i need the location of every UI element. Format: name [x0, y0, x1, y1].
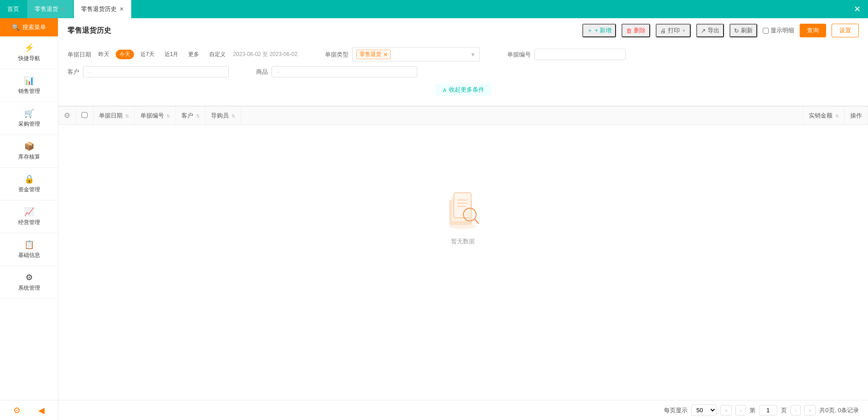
type-tag-label: 零售退货 — [360, 51, 381, 58]
date-filter-label: 单据日期 — [67, 51, 91, 59]
empty-illustration — [440, 186, 486, 232]
display-detail-toggle[interactable]: 显示明细 — [763, 26, 794, 35]
goods-filter-input[interactable]: ··· — [272, 66, 417, 77]
table-container: ⚙ 单据日期 ⇅ 单据编号 ⇅ — [58, 106, 868, 400]
th-guide: 导购员 ⇅ — [205, 107, 241, 125]
th-amount-sort-icon[interactable]: ⇅ — [835, 113, 839, 118]
tab-retail-return-history-close[interactable]: ✕ — [119, 6, 124, 12]
date-btn-yesterday[interactable]: 昨天 — [95, 50, 113, 59]
type-tag-close[interactable]: ✕ — [383, 51, 388, 58]
date-quick-btns: 昨天 今天 近7天 近1月 更多 自定义 — [95, 50, 229, 59]
settings-button[interactable]: 设置 — [832, 24, 859, 37]
date-btn-7days[interactable]: 近7天 — [137, 50, 158, 59]
table-header-row: ⚙ 单据日期 ⇅ 单据编号 ⇅ — [58, 107, 868, 125]
sidebar-item-basic[interactable]: 📋 基础信息 — [0, 233, 58, 266]
type-filter-label: 单据类型 — [325, 51, 349, 59]
per-page-select[interactable]: 10 20 50 100 — [691, 405, 717, 416]
page-number-input[interactable] — [759, 405, 777, 415]
goods-filter-group: 商品 ··· — [256, 66, 417, 77]
goods-filter-label: 商品 — [256, 68, 268, 76]
toolbar: ＋ + 新增 🗑 删除 🖨 打印 ▼ ↗ 导出 — [582, 24, 859, 37]
refresh-button[interactable]: ↻ 刷新 — [729, 24, 757, 37]
table-head: ⚙ 单据日期 ⇅ 单据编号 ⇅ — [58, 107, 868, 125]
page-title: 零售退货历史 — [67, 26, 111, 36]
date-btn-more[interactable]: 更多 — [185, 50, 203, 59]
customer-placeholder: ··· — [87, 68, 92, 75]
content-area: 零售退货历史 ＋ + 新增 🗑 删除 🖨 打印 ▼ — [58, 18, 868, 420]
tab-retail-return[interactable]: 零售退货 ✕ — [27, 0, 73, 18]
date-range-display: 2023-06-02 至 2023-06-02 — [233, 51, 297, 58]
last-page-btn[interactable]: » — [804, 405, 816, 415]
system-icon: ⚙ — [26, 272, 33, 282]
basic-icon: 📋 — [24, 240, 34, 250]
first-page-btn[interactable]: « — [720, 405, 732, 415]
inventory-icon: 📦 — [24, 141, 34, 151]
add-button[interactable]: ＋ + 新增 — [582, 24, 616, 37]
svg-line-8 — [474, 219, 478, 223]
number-filter-input[interactable] — [534, 49, 626, 60]
customer-filter-input[interactable]: ··· — [83, 66, 229, 77]
sidebar-bottom: ⚙ ◀ — [0, 400, 58, 420]
svg-point-9 — [466, 210, 474, 219]
sidebar-item-inventory[interactable]: 📦 库存核算 — [0, 135, 58, 168]
display-detail-checkbox[interactable] — [763, 28, 769, 34]
pagination-bar: 每页显示 10 20 50 100 « ‹ 第 页 › » 共0页, 0条记录 — [58, 400, 868, 420]
th-guide-sort-icon[interactable]: ⇅ — [231, 113, 235, 118]
page-prefix: 第 — [750, 406, 755, 415]
collapse-btn-label: 收起更多条件 — [449, 86, 484, 94]
sidebar-search[interactable]: 🔍 搜索菜单 — [0, 18, 58, 36]
customer-filter-group: 客户 ··· — [67, 66, 229, 77]
refresh-label: 刷新 — [741, 26, 753, 35]
filter-row-1: 单据日期 昨天 今天 近7天 近1月 更多 自定义 2023-06-02 至 2… — [67, 47, 859, 61]
th-customer-sort-icon[interactable]: ⇅ — [196, 113, 200, 118]
sidebar-item-purchase[interactable]: 🛒 采购管理 — [0, 102, 58, 135]
query-button[interactable]: 查询 — [800, 24, 826, 37]
page-header: 零售退货历史 ＋ + 新增 🗑 删除 🖨 打印 ▼ — [58, 18, 868, 106]
th-date-sort-icon[interactable]: ⇅ — [125, 113, 129, 118]
tab-retail-return-history[interactable]: 零售退货历史 ✕ — [74, 0, 131, 18]
sidebar-item-sales[interactable]: 📊 销售管理 — [0, 69, 58, 102]
sidebar: 🔍 搜索菜单 ⚡ 快捷导航 📊 销售管理 🛒 采购管理 📦 库存核算 🔒 — [0, 18, 58, 420]
sidebar-item-sales-label: 销售管理 — [18, 87, 40, 95]
delete-button[interactable]: 🗑 删除 — [621, 24, 650, 37]
sidebar-item-purchase-label: 采购管理 — [18, 120, 40, 128]
date-btn-today[interactable]: 今天 — [116, 50, 134, 59]
empty-state-cell: 暂无数据 — [58, 125, 868, 307]
sidebar-item-quick-nav-label: 快捷导航 — [18, 55, 40, 62]
table-settings-icon[interactable]: ⚙ — [64, 112, 70, 119]
th-operation: 操作 — [845, 107, 868, 125]
add-icon: ＋ — [587, 26, 593, 35]
date-btn-custom[interactable]: 自定义 — [205, 50, 229, 59]
sidebar-item-operation[interactable]: 📈 经营管理 — [0, 200, 58, 233]
print-button[interactable]: 🖨 打印 ▼ — [656, 24, 691, 37]
sidebar-settings-btn[interactable]: ⚙ — [13, 405, 21, 415]
collapse-filters-btn[interactable]: ∧ 收起更多条件 — [435, 84, 492, 96]
table-select-all-checkbox[interactable] — [82, 112, 87, 118]
sidebar-collapse-btn[interactable]: ◀ — [38, 405, 45, 415]
window-close-button[interactable]: ✕ — [847, 4, 868, 14]
th-customer: 客户 ⇅ — [176, 107, 205, 125]
th-date-label: 单据日期 — [99, 112, 123, 119]
top-bar: 首页 零售退货 ✕ 零售退货历史 ✕ ✕ — [0, 0, 868, 18]
sidebar-item-operation-label: 经营管理 — [18, 219, 40, 226]
th-amount: 实销金额 ⇅ — [803, 107, 845, 125]
export-button[interactable]: ↗ 导出 — [696, 24, 724, 37]
th-number-sort-icon[interactable]: ⇅ — [166, 113, 170, 118]
date-btn-1month[interactable]: 近1月 — [161, 50, 182, 59]
collapse-arrow-icon: ∧ — [442, 87, 447, 93]
tab-home[interactable]: 首页 — [0, 0, 26, 18]
type-filter-select[interactable]: 零售退货 ✕ ▼ — [352, 47, 480, 61]
print-chevron-icon: ▼ — [682, 28, 686, 33]
sidebar-item-system[interactable]: ⚙ 系统管理 — [0, 266, 58, 299]
data-table: ⚙ 单据日期 ⇅ 单据编号 ⇅ — [58, 107, 868, 307]
refresh-icon: ↻ — [734, 27, 739, 34]
sidebar-item-quick-nav[interactable]: ⚡ 快捷导航 — [0, 36, 58, 69]
sidebar-item-finance[interactable]: 🔒 资金管理 — [0, 168, 58, 200]
prev-page-btn[interactable]: ‹ — [735, 405, 745, 415]
delete-label: 删除 — [634, 26, 646, 35]
tab-retail-return-close[interactable]: ✕ — [61, 6, 66, 12]
settings-label: 设置 — [839, 27, 851, 34]
next-page-btn[interactable]: › — [791, 405, 801, 415]
goods-placeholder: ··· — [276, 68, 281, 75]
sidebar-search-label: 搜索菜单 — [22, 23, 46, 31]
